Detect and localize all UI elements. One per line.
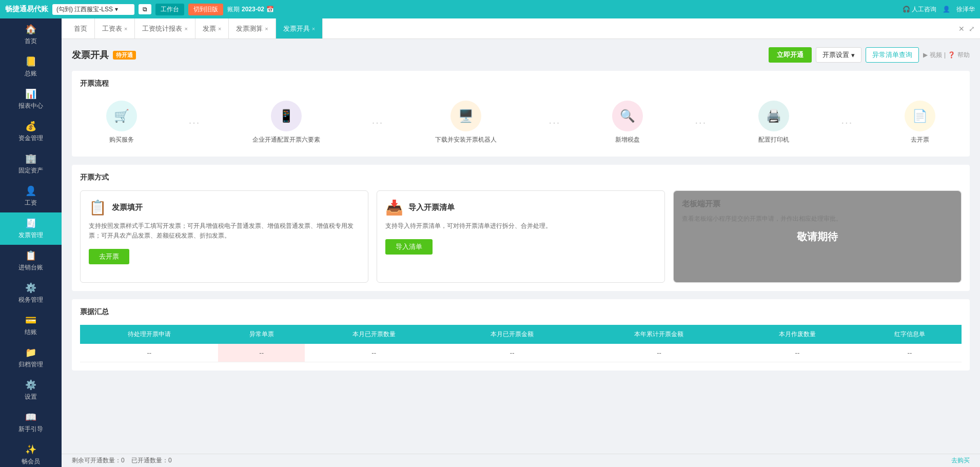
sidebar-item-member[interactable]: ✨ 畅会员 — [0, 439, 62, 467]
tab-bar-left: 首页 工资表 × 工资统计报表 × 发票 × 发票测算 × — [67, 18, 323, 38]
sidebar-label-reports: 报表中心 — [18, 102, 43, 110]
chevron-down-icon: ▾ — [115, 6, 118, 13]
calendar-icon[interactable]: 📅 — [266, 6, 274, 13]
company-setup-icon: 📱 — [271, 101, 302, 131]
tab-invoice-label: 发票 — [203, 24, 216, 33]
guide-icon: 📖 — [25, 412, 36, 423]
page-title-group: 发票开具 待开通 — [72, 49, 136, 61]
tab-invoice-issue-close[interactable]: × — [312, 26, 315, 32]
method-section: 开票方式 📋 发票填开 支持按照发票样式手工填写开发票；可开具增值税电子普通发票… — [72, 165, 970, 291]
tab-home-label: 首页 — [74, 24, 87, 33]
sidebar-label-tax: 税务管理 — [18, 296, 43, 304]
sidebar-label-settings: 设置 — [25, 393, 37, 401]
manual-invoice-icon: 📋 — [89, 199, 107, 216]
go-issue-button[interactable]: 去开票 — [89, 249, 129, 264]
consultant-button[interactable]: 🎧 人工咨询 — [903, 5, 936, 14]
import-list-button[interactable]: 导入清单 — [385, 239, 433, 255]
funds-icon: 💰 — [25, 121, 36, 132]
tab-salary-report-label: 工资统计报表 — [142, 24, 182, 33]
add-tax-icon: 🔍 — [612, 101, 643, 131]
restore-icon[interactable]: ⤢ — [969, 25, 975, 33]
tab-invoice-close[interactable]: × — [218, 26, 221, 32]
copy-button[interactable]: ⧉ — [139, 4, 151, 14]
user-name: 徐泽华 — [956, 5, 975, 14]
tab-invoice-issue[interactable]: 发票开具 × — [276, 18, 323, 38]
arrow-3: ··· — [549, 116, 561, 128]
val-pending: -- — [80, 344, 218, 362]
col-void-count: 本月作废数量 — [737, 325, 858, 344]
tab-salary-table-label: 工资表 — [102, 24, 122, 33]
manual-title: 发票填开 — [112, 203, 143, 212]
sidebar-item-settle[interactable]: 💳 结账 — [0, 309, 62, 342]
val-month-amount: -- — [443, 344, 581, 362]
opened-count: 已开通数量：0 — [131, 457, 172, 464]
process-step-tax: 🔍 新增税盘 — [612, 101, 643, 144]
sidebar-item-home[interactable]: 🏠 首页 — [0, 18, 62, 51]
tab-invoice-calc-close[interactable]: × — [265, 26, 268, 32]
col-red-note: 红字信息单 — [858, 325, 962, 344]
sidebar-label-purchase: 进销台账 — [18, 263, 43, 272]
sidebar-item-assets[interactable]: 🏢 固定资产 — [0, 148, 62, 180]
tab-bar: 首页 工资表 × 工资统计报表 × 发票 × 发票测算 × — [62, 18, 980, 39]
sidebar-item-archive[interactable]: 📁 归档管理 — [0, 342, 62, 374]
tab-salary-report-close[interactable]: × — [184, 26, 187, 32]
summary-section-title: 票据汇总 — [80, 307, 962, 317]
manual-desc: 支持按照发票样式手工填写开发票；可开具增值税电子普通发票、增值税普通发票、增值税… — [89, 221, 360, 241]
help-icon: ❓ — [948, 51, 955, 59]
old-version-button[interactable]: 切到旧版 — [188, 4, 223, 15]
method-card-boss: 老板端开票 查看老板端小程序提交的开票申请，并作出相应处理审批。 敬请期待 — [673, 190, 962, 283]
buy-service-icon: 🛒 — [106, 101, 137, 131]
sidebar-item-ledger[interactable]: 📒 总账 — [0, 51, 62, 83]
status-bar: 剩余可开通数量：0 已开通数量：0 去购买 — [62, 454, 980, 467]
tab-invoice[interactable]: 发票 × — [195, 18, 229, 38]
issue-invoice-label: 去开票 — [911, 135, 929, 144]
member-icon: ✨ — [25, 444, 36, 455]
sidebar-item-salary[interactable]: 👤 工资 — [0, 180, 62, 212]
sidebar-label-settle: 结账 — [25, 328, 37, 337]
settings-button[interactable]: 开票设置 ▾ — [816, 47, 861, 63]
import-header: 📥 导入开票清单 — [385, 199, 656, 216]
workbench-button[interactable]: 工作台 — [155, 4, 184, 15]
tab-salary-report[interactable]: 工资统计报表 × — [135, 18, 195, 38]
tab-salary-table[interactable]: 工资表 × — [95, 18, 135, 38]
salary-icon: 👤 — [25, 185, 36, 197]
abnormal-query-button[interactable]: 异常清单查询 — [866, 47, 919, 63]
import-invoice-icon: 📥 — [385, 199, 403, 216]
download-robot-icon: 🖥️ — [450, 101, 481, 131]
tab-invoice-calc[interactable]: 发票测算 × — [229, 18, 276, 38]
open-now-button[interactable]: 立即开通 — [769, 47, 812, 63]
process-step-printer: 🖨️ 配置打印机 — [758, 101, 789, 144]
method-card-import: 📥 导入开票清单 支持导入待开票清单，可对待开票清单进行拆分、合并处理。 导入清… — [377, 190, 665, 283]
close-all-icon[interactable]: ✕ — [958, 25, 965, 33]
manual-header: 📋 发票填开 — [89, 199, 360, 216]
invoice-icon: 🧾 — [25, 218, 36, 229]
video-icon[interactable]: ▶ — [923, 51, 928, 59]
process-step-setup: 📱 企业开通配置开票六要素 — [252, 101, 320, 144]
arrow-4: ··· — [695, 116, 707, 128]
sidebar-item-purchase[interactable]: 📋 进销台账 — [0, 245, 62, 277]
sidebar-item-tax[interactable]: ⚙️ 税务管理 — [0, 277, 62, 309]
sidebar-item-guide[interactable]: 📖 新手引导 — [0, 406, 62, 439]
status-badge: 待开通 — [113, 51, 136, 60]
invoice-methods: 📋 发票填开 支持按照发票样式手工填写开发票；可开具增值税电子普通发票、增值税普… — [80, 190, 962, 283]
buy-service-label: 购买服务 — [109, 135, 134, 144]
sidebar-item-invoice[interactable]: 🧾 发票管理 — [0, 212, 62, 245]
company-selector[interactable]: (勾到) 江西服宝-LSS ▾ — [52, 4, 134, 15]
sidebar-item-settings[interactable]: ⚙️ 设置 — [0, 374, 62, 406]
sidebar-label-assets: 固定资产 — [18, 166, 43, 175]
sidebar-item-funds[interactable]: 💰 资金管理 — [0, 115, 62, 148]
sidebar-item-reports[interactable]: 📊 报表中心 — [0, 83, 62, 115]
content-area: 首页 工资表 × 工资统计报表 × 发票 × 发票测算 × — [62, 18, 980, 467]
page-title: 发票开具 — [72, 49, 109, 61]
sidebar-label-invoice: 发票管理 — [18, 231, 43, 240]
tax-icon: ⚙️ — [25, 282, 36, 294]
val-abnormal: -- — [218, 344, 304, 362]
tab-salary-table-close[interactable]: × — [124, 26, 127, 32]
sidebar-label-member: 畅会员 — [22, 457, 40, 466]
method-card-manual: 📋 发票填开 支持按照发票样式手工填写开发票；可开具增值税电子普通发票、增值税普… — [80, 190, 368, 283]
tab-home[interactable]: 首页 — [67, 18, 95, 38]
buy-link[interactable]: 去购买 — [951, 456, 970, 465]
col-month-count: 本月已开票数量 — [305, 325, 443, 344]
reports-icon: 📊 — [25, 88, 36, 100]
ledger-icon: 📒 — [25, 56, 36, 67]
